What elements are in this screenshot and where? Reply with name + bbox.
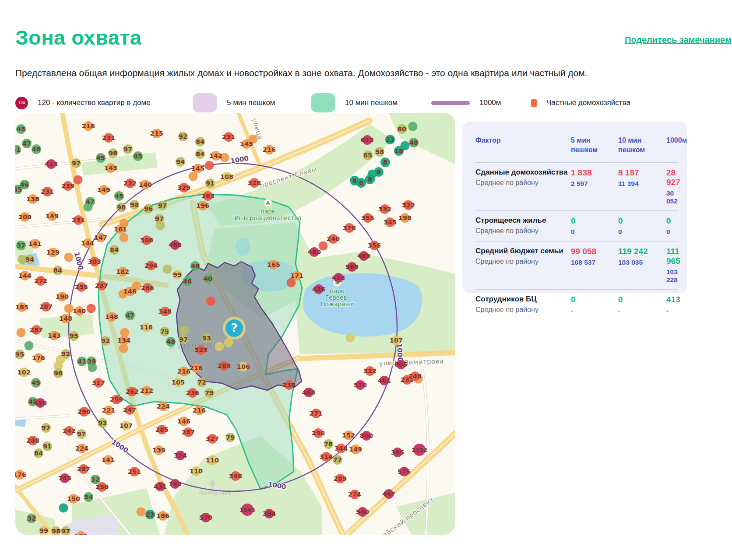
map-dot[interactable]: 251: [128, 467, 141, 476]
map-dot[interactable]: 148: [105, 312, 118, 322]
map-dot[interactable]: 231: [41, 187, 54, 196]
map-dot[interactable]: 147: [94, 233, 107, 242]
map-dot[interactable]: 141: [102, 455, 115, 465]
map-dot[interactable]: 569: [345, 262, 359, 272]
map-dot[interactable]: 303: [88, 257, 101, 266]
map-dot[interactable]: 215: [150, 129, 163, 138]
map-dot[interactable]: 231: [102, 133, 115, 143]
map-dot[interactable]: 48: [190, 261, 200, 271]
map-dot[interactable]: 285: [155, 425, 169, 434]
map-dot[interactable]: 287: [182, 427, 195, 437]
map-dot[interactable]: 47: [125, 311, 135, 320]
map-dot[interactable]: [215, 342, 224, 351]
map-dot[interactable]: 431: [154, 482, 167, 491]
map-dot[interactable]: 259: [110, 395, 123, 404]
map-dot[interactable]: 45: [96, 153, 106, 163]
map-dot[interactable]: 469: [357, 251, 370, 261]
map-dot[interactable]: 93: [202, 333, 211, 343]
map-dot[interactable]: 613: [361, 135, 374, 145]
map-dot[interactable]: 146: [123, 287, 137, 296]
map-dot[interactable]: 570: [354, 380, 367, 390]
map-dot[interactable]: 308: [140, 235, 153, 245]
map-dot[interactable]: 146: [177, 416, 190, 426]
map-dot[interactable]: 47: [85, 197, 95, 206]
map-dot[interactable]: 322: [402, 200, 415, 210]
map-dot[interactable]: 488: [169, 240, 182, 250]
map-dot[interactable]: 46: [32, 144, 41, 154]
map-dot[interactable]: 239: [61, 181, 74, 191]
map-dot[interactable]: 98: [130, 200, 139, 210]
map-dot[interactable]: 39: [87, 357, 96, 366]
map-dot[interactable]: 142: [209, 151, 222, 161]
map-dot[interactable]: 176: [15, 470, 26, 480]
map-dot[interactable]: 141: [28, 239, 42, 248]
map-dot[interactable]: 324: [174, 451, 187, 460]
map-dot[interactable]: 40: [203, 274, 213, 284]
map-dot[interactable]: 140: [73, 306, 86, 316]
map-dot[interactable]: 805: [394, 360, 408, 369]
map-dot[interactable]: 224: [75, 444, 88, 453]
map-dot[interactable]: 289: [334, 474, 347, 483]
map-dot[interactable]: 92: [61, 349, 70, 359]
map-dot[interactable]: [64, 253, 74, 262]
map-dot[interactable]: 48: [409, 138, 419, 147]
map-dot[interactable]: 356: [368, 241, 381, 250]
map-dot[interactable]: 783: [169, 479, 182, 489]
map-dot[interactable]: 345: [384, 217, 397, 227]
map-dot[interactable]: 800: [360, 431, 373, 441]
map-dot[interactable]: 72: [197, 378, 207, 387]
map-dot[interactable]: 99: [172, 270, 182, 280]
map-dot[interactable]: [59, 504, 68, 513]
map-dot[interactable]: 327: [206, 434, 219, 444]
coverage-map[interactable]: КУПЧИНО 10001000100010001000 проспект Сл…: [15, 113, 455, 535]
map-dot[interactable]: 186: [156, 511, 169, 521]
map-dot[interactable]: 8: [356, 178, 366, 188]
map-dot[interactable]: 45: [114, 191, 124, 201]
map-dot[interactable]: 250: [95, 482, 109, 492]
share-feedback-link[interactable]: Поделитесь замечанием: [625, 35, 732, 45]
map-dot[interactable]: 97: [158, 201, 167, 210]
map-dot[interactable]: 23: [385, 135, 395, 144]
map-dot[interactable]: 384: [263, 509, 276, 518]
map-dot[interactable]: 45: [31, 378, 41, 388]
center-pin[interactable]: ?: [223, 317, 246, 340]
map-dot[interactable]: 107: [390, 336, 403, 345]
map-dot[interactable]: 274: [348, 490, 361, 499]
map-dot[interactable]: 97: [61, 526, 70, 535]
map-dot[interactable]: 149: [97, 185, 110, 195]
map-dot[interactable]: 84: [34, 448, 43, 458]
map-dot[interactable]: 8: [374, 167, 384, 177]
map-dot[interactable]: 247: [123, 405, 136, 415]
map-dot[interactable]: 97: [123, 144, 133, 154]
map-dot[interactable]: [346, 333, 355, 343]
map-dot[interactable]: 98: [108, 148, 118, 158]
map-dot[interactable]: 242: [63, 426, 76, 436]
map-dot[interactable]: 105: [172, 378, 185, 387]
map-dot[interactable]: 60: [397, 124, 407, 134]
map-dot[interactable]: 540: [356, 507, 369, 517]
map-dot[interactable]: 385: [391, 448, 404, 457]
map-dot[interactable]: [25, 341, 34, 350]
map-dot[interactable]: [206, 297, 215, 306]
map-dot[interactable]: 98: [116, 203, 126, 212]
map-dot[interactable]: 348: [229, 471, 242, 481]
map-dot[interactable]: 216: [263, 145, 276, 154]
map-dot[interactable]: 182: [116, 267, 129, 276]
map-dot[interactable]: 8: [380, 158, 390, 167]
map-dot[interactable]: 32: [27, 514, 36, 523]
map-dot[interactable]: 329: [177, 183, 190, 192]
map-dot[interactable]: 196: [196, 201, 209, 210]
map-dot[interactable]: 216: [82, 121, 95, 131]
map-dot[interactable]: 286: [141, 283, 154, 293]
map-dot[interactable]: 97: [179, 335, 188, 344]
map-dot[interactable]: 84: [53, 266, 63, 275]
map-dot[interactable]: 348: [158, 307, 172, 316]
map-dot[interactable]: 110: [190, 466, 203, 476]
map-dot[interactable]: 161: [114, 224, 127, 234]
map-dot[interactable]: 96: [53, 368, 63, 378]
map-dot[interactable]: 58: [375, 147, 384, 157]
map-dot[interactable]: [17, 328, 26, 337]
map-dot[interactable]: [205, 161, 214, 170]
map-dot[interactable]: 200: [18, 212, 32, 222]
map-dot[interactable]: 231: [222, 132, 235, 142]
